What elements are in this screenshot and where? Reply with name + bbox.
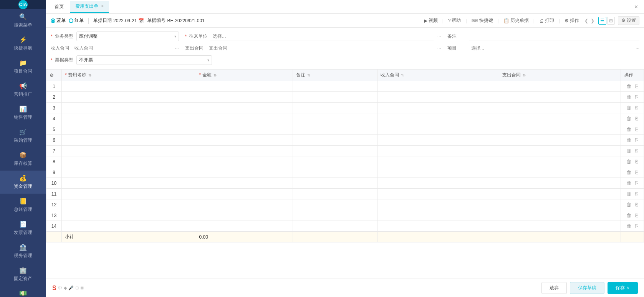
cell-remark[interactable] bbox=[293, 210, 377, 221]
cell-amount[interactable] bbox=[196, 146, 293, 156]
cell-expense-contract[interactable] bbox=[499, 178, 621, 189]
cell-name[interactable] bbox=[62, 156, 196, 167]
copy-row-button[interactable]: ⎘ bbox=[635, 159, 638, 164]
cell-remark[interactable] bbox=[293, 156, 377, 167]
cell-income-contract[interactable] bbox=[377, 92, 499, 103]
copy-row-button[interactable]: ⎘ bbox=[635, 212, 638, 218]
sidebar-item-assets[interactable]: 🏢 固定资产 bbox=[0, 263, 46, 286]
cell-remark[interactable] bbox=[293, 199, 377, 210]
copy-row-button[interactable]: ⎘ bbox=[635, 137, 638, 143]
cell-amount[interactable] bbox=[196, 81, 293, 92]
sidebar-item-inventory[interactable]: 📦 库存核算 bbox=[0, 148, 46, 171]
cell-remark[interactable] bbox=[293, 92, 377, 103]
cell-remark[interactable] bbox=[293, 81, 377, 92]
cell-expense-contract[interactable] bbox=[499, 113, 621, 124]
copy-row-button[interactable]: ⎘ bbox=[635, 83, 638, 89]
income-contract-input[interactable] bbox=[72, 44, 171, 52]
cell-remark[interactable] bbox=[293, 124, 377, 135]
settings-button[interactable]: ⚙ 设置 bbox=[618, 16, 639, 25]
delete-row-button[interactable]: 🗑 bbox=[626, 137, 631, 143]
copy-row-button[interactable]: ⎘ bbox=[635, 126, 638, 132]
cell-remark[interactable] bbox=[293, 103, 377, 113]
delete-row-button[interactable]: 🗑 bbox=[626, 83, 631, 89]
invoice-type-select[interactable]: 不开票 ▾ bbox=[76, 55, 212, 65]
cell-name[interactable] bbox=[62, 103, 196, 113]
delete-row-button[interactable]: 🗑 bbox=[626, 159, 631, 164]
project-input[interactable] bbox=[469, 44, 632, 52]
cell-name[interactable] bbox=[62, 135, 196, 146]
sort-name-icon[interactable]: ⇅ bbox=[88, 73, 91, 77]
cell-income-contract[interactable] bbox=[377, 124, 499, 135]
help-button[interactable]: ? 帮助 bbox=[447, 17, 463, 25]
delete-row-button[interactable]: 🗑 bbox=[626, 116, 631, 121]
sidebar-item-search[interactable]: 🔍 搜索菜单 bbox=[0, 9, 46, 32]
radio-blue[interactable]: 蓝单 bbox=[51, 17, 66, 24]
cell-income-contract[interactable] bbox=[377, 135, 499, 146]
cell-name[interactable] bbox=[62, 167, 196, 178]
cell-income-contract[interactable] bbox=[377, 167, 499, 178]
sort-expense-icon[interactable]: ⇅ bbox=[523, 73, 526, 77]
cell-amount[interactable] bbox=[196, 189, 293, 199]
sort-income-icon[interactable]: ⇅ bbox=[401, 73, 404, 77]
cell-amount[interactable] bbox=[196, 221, 293, 232]
sidebar-item-marketing[interactable]: 📢 营销推广 bbox=[0, 78, 46, 101]
delete-row-button[interactable]: 🗑 bbox=[626, 105, 631, 111]
cell-income-contract[interactable] bbox=[377, 113, 499, 124]
cell-name[interactable] bbox=[62, 178, 196, 189]
ops-button[interactable]: ⚙ 操作 bbox=[563, 17, 581, 25]
cell-name[interactable] bbox=[62, 81, 196, 92]
cell-remark[interactable] bbox=[293, 146, 377, 156]
cell-expense-contract[interactable] bbox=[499, 199, 621, 210]
sidebar-item-ledger[interactable]: 📒 总账管理 bbox=[0, 194, 46, 217]
sort-remark-icon[interactable]: ⇅ bbox=[307, 73, 310, 77]
sidebar-item-invoice[interactable]: 🧾 发票管理 bbox=[0, 217, 46, 240]
cell-remark[interactable] bbox=[293, 113, 377, 124]
nav-prev-button[interactable]: ❮ bbox=[584, 17, 589, 24]
delete-row-button[interactable]: 🗑 bbox=[626, 202, 631, 207]
partner-more-icon[interactable]: ··· bbox=[437, 34, 441, 39]
cell-income-contract[interactable] bbox=[377, 189, 499, 199]
cell-income-contract[interactable] bbox=[377, 146, 499, 156]
sidebar-item-tax[interactable]: 🏦 税务管理 bbox=[0, 240, 46, 263]
copy-row-button[interactable]: ⎘ bbox=[635, 191, 638, 197]
save-draft-button[interactable]: 保存草稿 bbox=[570, 282, 604, 294]
nav-next-button[interactable]: ❯ bbox=[590, 17, 595, 24]
tab-close-expense[interactable]: × bbox=[101, 3, 104, 9]
cell-expense-contract[interactable] bbox=[499, 124, 621, 135]
sort-amount-icon[interactable]: ⇅ bbox=[214, 73, 217, 77]
delete-row-button[interactable]: 🗑 bbox=[626, 126, 631, 132]
partner-input[interactable] bbox=[210, 32, 433, 40]
cell-income-contract[interactable] bbox=[377, 199, 499, 210]
cell-expense-contract[interactable] bbox=[499, 135, 621, 146]
cell-name[interactable] bbox=[62, 124, 196, 135]
copy-row-button[interactable]: ⎘ bbox=[635, 94, 638, 100]
delete-row-button[interactable]: 🗑 bbox=[626, 212, 631, 218]
cell-expense-contract[interactable] bbox=[499, 221, 621, 232]
cell-remark[interactable] bbox=[293, 178, 377, 189]
cell-expense-contract[interactable] bbox=[499, 167, 621, 178]
copy-row-button[interactable]: ⎘ bbox=[635, 116, 638, 121]
cell-expense-contract[interactable] bbox=[499, 210, 621, 221]
cell-name[interactable] bbox=[62, 221, 196, 232]
cell-amount[interactable] bbox=[196, 103, 293, 113]
expense-contract-more-icon[interactable]: ··· bbox=[437, 46, 441, 51]
project-more-icon[interactable]: ··· bbox=[636, 46, 639, 51]
delete-row-button[interactable]: 🗑 bbox=[626, 223, 631, 229]
cell-amount[interactable] bbox=[196, 167, 293, 178]
sidebar-item-salary[interactable]: 💵 工资 bbox=[0, 286, 46, 297]
notes-input[interactable] bbox=[469, 32, 639, 40]
sidebar-item-quicknav[interactable]: ⚡ 快捷导航 bbox=[0, 32, 46, 55]
sidebar-item-project[interactable]: 📁 项目合同 bbox=[0, 55, 46, 78]
copy-row-button[interactable]: ⎘ bbox=[635, 169, 638, 175]
tab-expense[interactable]: 费用支出单 × bbox=[70, 1, 109, 13]
sidebar-item-sales[interactable]: 📊 销售管理 bbox=[0, 101, 46, 124]
cell-name[interactable] bbox=[62, 146, 196, 156]
cell-expense-contract[interactable] bbox=[499, 81, 621, 92]
cell-amount[interactable] bbox=[196, 92, 293, 103]
cell-amount[interactable] bbox=[196, 135, 293, 146]
cell-income-contract[interactable] bbox=[377, 221, 499, 232]
cell-income-contract[interactable] bbox=[377, 178, 499, 189]
window-close-button[interactable]: × bbox=[631, 3, 641, 10]
business-type-select[interactable]: 应付调整 ▾ bbox=[76, 32, 179, 41]
cell-income-contract[interactable] bbox=[377, 103, 499, 113]
